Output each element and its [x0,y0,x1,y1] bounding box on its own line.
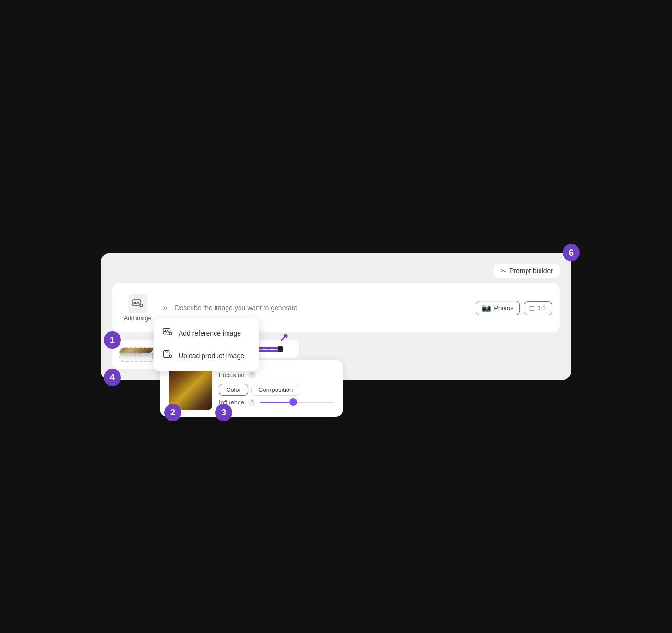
right-image-grid [288,347,292,352]
ratio-label: 1:1 [537,304,546,312]
badge-3: 3 [215,404,232,421]
ratio-button[interactable]: □ 1:1 [524,301,552,315]
add-image-label: Add image [124,315,151,322]
upload-product-image-label: Upload product image [179,352,244,360]
slider-thumb[interactable] [289,398,297,406]
add-image-icon [128,294,147,313]
upload-product-image-item[interactable]: Upload product image [154,344,259,367]
focus-chips: Color Composition [219,384,334,396]
badge-1: 1 [104,331,121,349]
camera-icon: 📷 [482,304,491,312]
right-drag-arrow: ↗ [279,331,288,344]
add-image-button[interactable]: Add image [120,290,155,326]
focus-label: Focus on [219,371,244,378]
main-container: ✂ Prompt builder 6 Add image » [101,253,571,380]
scissors-icon: ✂ [501,267,506,275]
badge-4: 4 [104,369,121,386]
bottom-panel-controls: Focus on ? Color Composition Influence ? [219,371,334,406]
photos-label: Photos [494,304,513,312]
ratio-icon: □ [530,304,534,312]
product-image-icon [162,349,173,362]
influence-row: Influence ? [219,399,334,406]
prompt-input[interactable] [175,304,470,312]
add-reference-image-label: Add reference image [179,329,241,337]
prompt-builder-label: Prompt builder [509,267,553,275]
photos-button[interactable]: 📷 Photos [476,301,519,315]
color-chip[interactable]: Color [219,384,248,396]
cursor-hand-icon: ☞ [134,349,144,361]
composition-chip[interactable]: Composition [251,384,300,396]
influence-help-icon[interactable]: ? [248,399,256,406]
slider-fill [260,402,293,403]
handle-mid-right[interactable] [278,347,283,352]
prompt-builder-button[interactable]: ✂ Prompt builder [494,264,560,278]
add-reference-image-item[interactable]: Add reference image [154,322,259,344]
badge-2: 2 [164,404,181,421]
badge-6: 6 [563,244,580,261]
top-bar: Add image » 📷 Photos □ 1:1 [112,283,560,332]
bottom-panel-image [169,367,212,410]
top-bar-actions: 📷 Photos □ 1:1 [476,301,552,315]
influence-slider[interactable] [260,402,334,403]
focus-row: Focus on ? [219,371,334,379]
dropdown-menu: Add reference image Upload product image [154,318,259,371]
expand-button[interactable]: » [161,302,169,314]
reference-image-icon [162,327,173,340]
focus-help-icon[interactable]: ? [248,371,256,379]
prompt-builder-header: ✂ Prompt builder 6 [112,264,560,278]
